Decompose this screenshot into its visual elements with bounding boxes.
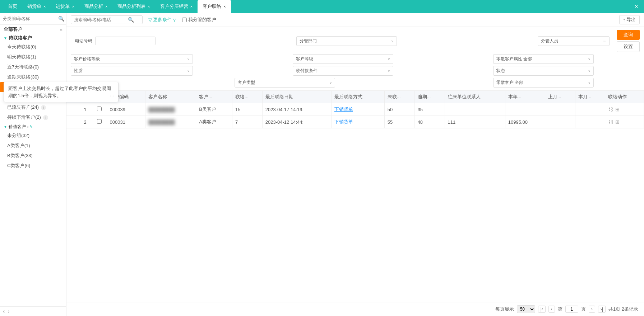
customer-level-dropdown[interactable]: 客户等级 ∨ — [293, 54, 393, 64]
col-contact[interactable]: 联络... — [232, 91, 262, 103]
col-this-year[interactable]: 本年... — [505, 91, 545, 103]
sidebar-today-pending[interactable]: 今天待联络(0) — [0, 42, 66, 52]
nav-customer-segment[interactable]: 客户分层经营 × — [155, 0, 198, 13]
row-select-0[interactable] — [97, 107, 102, 111]
window-close-button[interactable]: × — [631, 3, 641, 10]
nav-product-list-close[interactable]: × — [148, 0, 150, 13]
nav-purchase-close[interactable]: × — [72, 0, 74, 13]
horizontal-scroll[interactable] — [66, 298, 644, 302]
search-icon[interactable]: 🔍 — [128, 17, 134, 23]
action-link-icon-0[interactable]: ⛓ — [608, 107, 613, 112]
nav-sales[interactable]: 销货单 × — [22, 0, 51, 13]
payment-terms-dropdown[interactable]: 收付款条件 ∨ — [293, 66, 393, 76]
row-contact-person-0 — [445, 103, 505, 116]
row-level-1: A类客户 — [196, 116, 232, 128]
search-input[interactable] — [74, 17, 128, 22]
table-row: 1 000039 ████████ B类客户 15 2023-04-17 14:… — [66, 103, 644, 116]
retail-customer-dropdown[interactable]: 零散客户 全部 ∨ — [493, 78, 594, 88]
content-area: 🔍 ▽ 更多条件 ∨ 我分管的客户 ↑ 导出 电话号码 — [66, 13, 644, 316]
row-uncontacted-0: 50 — [384, 103, 414, 116]
next-page-button[interactable]: › — [589, 306, 595, 313]
sidebar-scroll-right[interactable]: › — [8, 308, 9, 315]
row-this-year-1: 10995.00 — [505, 116, 545, 128]
sidebar-value-b[interactable]: B类客户(33) — [0, 151, 66, 161]
row-checkbox-0[interactable] — [94, 103, 107, 116]
sidebar-all-customers-header[interactable]: 全部客户 « — [0, 25, 66, 33]
row-settings-0 — [66, 103, 81, 116]
col-overdue[interactable]: 逾期... — [414, 91, 445, 103]
sidebar-pending-group[interactable]: ▼ 待联络客户 — [0, 33, 66, 42]
sidebar-value-a[interactable]: A类客户(1) — [0, 141, 66, 151]
sidebar-value-group[interactable]: ▼ 价值客户 ○ ✎ — [0, 122, 66, 131]
nav-customer-contact[interactable]: 客户联络 × — [198, 0, 231, 13]
row-contact-0: 15 — [232, 103, 262, 116]
action-grid-icon-0[interactable]: ⊞ — [615, 107, 620, 112]
nav-sales-close[interactable]: × — [43, 0, 46, 13]
col-this-month[interactable]: 本月... — [575, 91, 605, 103]
retail-attr-dropdown[interactable]: 零散客户属性 全部 ∨ — [493, 54, 594, 64]
edit-icon[interactable]: ✎ — [29, 124, 33, 129]
nav-home[interactable]: 首页 — [3, 0, 22, 13]
first-page-button[interactable]: |‹ — [538, 306, 546, 313]
row-settings-1 — [66, 116, 81, 128]
sidebar-search-icon[interactable]: 🔍 — [58, 16, 64, 22]
my-customers-filter[interactable]: 我分管的客户 — [182, 16, 216, 23]
action-grid-icon-1[interactable]: ⊞ — [615, 119, 620, 125]
last-page-button[interactable]: ›| — [598, 306, 606, 313]
col-last-contact-method[interactable]: 最后联络方式 — [331, 91, 384, 103]
price-level-dropdown[interactable]: 客户价格等级 ∨ — [71, 54, 193, 64]
action-link-icon-1[interactable]: ⛓ — [608, 119, 613, 125]
nav-product-analysis-close[interactable]: × — [105, 0, 107, 13]
tooltip-more[interactable]: ··· — [110, 92, 114, 99]
row-select-1[interactable] — [97, 119, 102, 124]
top-nav: 首页 销货单 × 进货单 × 商品分析 × 商品分析列表 × 客户分层经营 × … — [0, 0, 644, 13]
row-name-0: ████████ — [145, 103, 196, 116]
row-last-month-0 — [545, 103, 575, 116]
col-last-contact-date[interactable]: 最后联络日期 — [262, 91, 331, 103]
person-dots: ··· — [603, 38, 606, 43]
nature-dropdown[interactable]: 性质 ∨ — [71, 66, 193, 76]
nav-customer-segment-close[interactable]: × — [190, 0, 193, 13]
row-checkbox-1[interactable] — [94, 116, 107, 128]
row-index-0: 1 — [81, 103, 94, 116]
prev-page-button[interactable]: ‹ — [548, 306, 555, 313]
advanced-filters: 电话号码 分管部门 ∨ 分管人员 ··· 查询 设置 — [66, 27, 644, 91]
sidebar-value-c[interactable]: C类客户(6) — [0, 161, 66, 171]
setting-button[interactable]: 设置 — [617, 41, 640, 52]
sidebar-collapse-icon[interactable]: « — [60, 27, 62, 32]
query-button[interactable]: 查询 — [617, 30, 640, 40]
nav-purchase[interactable]: 进货单 × — [51, 0, 79, 13]
dept-dropdown[interactable]: 分管部门 ∨ — [296, 36, 397, 46]
nav-product-list[interactable]: 商品分析列表 × — [112, 0, 155, 13]
nav-customer-contact-close[interactable]: × — [223, 0, 226, 13]
person-dropdown[interactable]: 分管人员 ··· — [538, 36, 610, 46]
pagination: 每页显示 50 100 200 |‹ ‹ 第 页 › ›| 共1页 2条记录 — [66, 302, 644, 316]
my-customers-checkbox[interactable] — [182, 18, 187, 22]
row-last-method-1[interactable]: 下销货单 — [331, 116, 384, 128]
nav-product-analysis[interactable]: 商品分析 × — [79, 0, 112, 13]
page-number-input[interactable] — [565, 306, 578, 313]
sidebar-overdue-pending[interactable]: 逾期未联络(30) — [0, 72, 66, 82]
status-dropdown[interactable]: 状态 ∨ — [493, 66, 594, 76]
more-conditions-button[interactable]: ▽ 更多条件 ∨ — [145, 15, 179, 24]
phone-input[interactable] — [95, 37, 156, 45]
export-button[interactable]: ↑ 导出 — [619, 15, 640, 24]
row-uncontacted-1: 55 — [384, 116, 414, 128]
row-overdue-1: 48 — [414, 116, 445, 128]
row-last-method-0[interactable]: 下销货单 — [331, 103, 384, 116]
col-contact-person[interactable]: 往来单位联系人 — [445, 91, 505, 103]
col-level[interactable]: 客户... — [196, 91, 232, 103]
col-last-month[interactable]: 上月... — [545, 91, 575, 103]
sidebar-search-input[interactable] — [3, 16, 57, 21]
customer-type-dropdown[interactable]: 客户类型 ∨ — [235, 78, 335, 88]
sidebar-scroll-left[interactable]: ‹ — [3, 308, 5, 315]
col-name[interactable]: 客户名称 — [145, 91, 196, 103]
col-uncontacted[interactable]: 未联... — [384, 91, 414, 103]
sidebar-week-pending[interactable]: 近7天待联络(0) — [0, 62, 66, 72]
sidebar-value-ungroup[interactable]: 未分组(32) — [0, 131, 66, 141]
sidebar-tomorrow-pending[interactable]: 明天待联络(1) — [0, 52, 66, 62]
per-page-select[interactable]: 50 100 200 — [517, 305, 535, 313]
sidebar-down-trend[interactable]: 持续下滑客户(2) i — [0, 112, 66, 122]
main-layout: 🔍 全部客户 « ▼ 待联络客户 今天待联络(0) 明天待联络(1) 近7天待联… — [0, 13, 644, 316]
sidebar-lost[interactable]: 已流失客户(24) i — [0, 102, 66, 112]
